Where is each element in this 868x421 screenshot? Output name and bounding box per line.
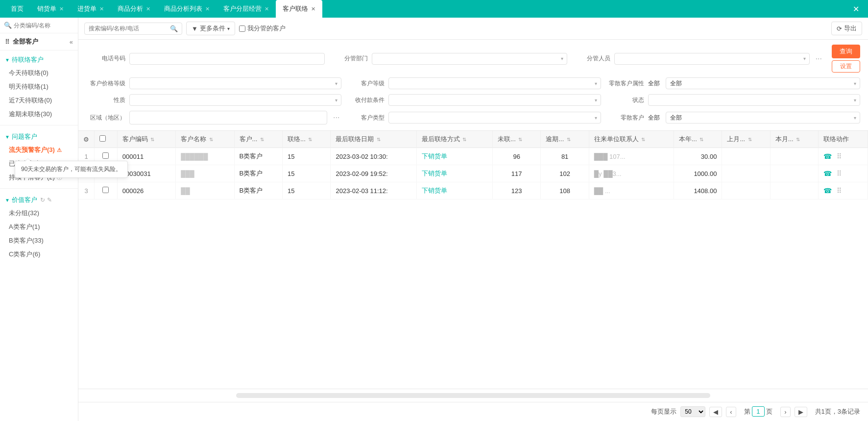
export-btn[interactable]: ⟳ 导出	[831, 22, 862, 35]
prev-page-btn[interactable]: ‹	[726, 407, 736, 417]
close-customer-tier-icon[interactable]: ✕	[265, 6, 269, 12]
search-button-icon[interactable]: 🔍	[170, 25, 178, 32]
th-current-month[interactable]: 本月... ⇅	[770, 131, 818, 148]
sidebar-item-a-class[interactable]: A类客户(1)	[0, 220, 78, 234]
collapse-icon[interactable]: «	[70, 38, 73, 46]
per-page-label: 每页显示	[651, 407, 676, 416]
filter-dept-select[interactable]	[372, 53, 567, 65]
close-analysis-icon[interactable]: ✕	[146, 6, 150, 12]
sidebar-group-value[interactable]: ▼ 价值客户 ↻ ✎	[0, 193, 78, 206]
filter-gender-select[interactable]	[129, 94, 341, 106]
settings-icon[interactable]: ⚙	[83, 136, 89, 143]
filter-price-grade-select[interactable]	[129, 77, 341, 89]
nav-purchase[interactable]: 进货单 ✕	[71, 0, 111, 18]
th-current-year[interactable]: 本年... ⇅	[674, 131, 722, 148]
close-customer-link-icon[interactable]: ✕	[311, 6, 315, 12]
th-customer-type[interactable]: 客户... ⇅	[234, 131, 282, 148]
close-purchase-icon[interactable]: ✕	[99, 6, 104, 12]
window-close-icon[interactable]: ✕	[848, 4, 864, 14]
action-more-icon-1[interactable]: ⠿	[837, 170, 842, 177]
th-code[interactable]: 客户编码 ⇅	[117, 131, 175, 148]
grid-icon: ⠿	[5, 38, 10, 46]
filter-customer-type-select[interactable]	[388, 112, 601, 124]
filter-region-input[interactable]	[129, 111, 327, 124]
sidebar-search-input[interactable]	[14, 22, 74, 29]
my-customers-checkbox-label[interactable]: 我分管的客户	[239, 24, 286, 33]
action-more-icon-0[interactable]: ⠿	[837, 152, 842, 160]
nav-analysis[interactable]: 商品分析 ✕	[111, 0, 157, 18]
nav-sales[interactable]: 销货单 ✕	[30, 0, 71, 18]
my-customers-checkbox[interactable]	[239, 25, 245, 32]
sidebar-group-pending[interactable]: ▼ 待联络客户	[0, 52, 78, 66]
sidebar-item-c-class[interactable]: C类客户(6)	[0, 248, 78, 261]
action-contact-icon-1[interactable]: ☎	[823, 170, 832, 177]
th-overdue[interactable]: 逾期... ⇅	[541, 131, 589, 148]
query-btn[interactable]: 查询	[832, 45, 860, 58]
filter-region-more-icon[interactable]: ···	[331, 113, 341, 122]
filter-phone-input[interactable]	[129, 53, 325, 65]
next-page-btn[interactable]: ›	[780, 407, 790, 417]
sidebar-item-ungrouped[interactable]: 未分组(32)	[0, 206, 78, 220]
row-uncontacted-0: 96	[492, 148, 540, 165]
th-last-month[interactable]: 上月... ⇅	[722, 131, 770, 148]
first-page-btn[interactable]: ◀	[709, 407, 722, 417]
th-last-date[interactable]: 最后联络日期 ⇅	[331, 131, 416, 148]
refresh-value-icon[interactable]: ↻	[40, 197, 45, 203]
nav-customer-tier[interactable]: 客户分层经营 ✕	[217, 0, 276, 18]
row-method-0[interactable]: 下销货单	[416, 148, 492, 165]
nav-analysis-list[interactable]: 商品分析列表 ✕	[157, 0, 217, 18]
sidebar-item-churn-warning[interactable]: 流失预警客户(3) ⚠	[0, 143, 78, 157]
filter-retail-select[interactable]: 全部	[666, 112, 860, 124]
sidebar-group-problem[interactable]: ▼ 问题客户	[0, 129, 78, 143]
row-contact-1: 15	[282, 165, 330, 182]
search-input[interactable]	[89, 25, 170, 32]
edit-value-icon[interactable]: ✎	[47, 197, 52, 203]
th-checkbox[interactable]	[95, 131, 118, 148]
action-more-icon-2[interactable]: ⠿	[837, 187, 842, 195]
filter-status-select[interactable]	[648, 94, 860, 106]
th-name[interactable]: 客户名称 ⇅	[176, 131, 234, 148]
sidebar-item-tomorrow[interactable]: 明天待联络(1)	[0, 80, 78, 94]
row-year-2: 1408.00	[674, 182, 722, 199]
per-page-select[interactable]: 50 100	[680, 406, 705, 417]
table-area: ⚙ 客户编码 ⇅ 客户名称 ⇅	[78, 131, 868, 389]
th-unit-contact[interactable]: 往来单位联系人 ⇅	[589, 131, 674, 148]
sidebar-item-week[interactable]: 近7天待联络(0)	[0, 94, 78, 107]
sidebar-item-b-class[interactable]: B类客户(33)	[0, 234, 78, 248]
th-uncontacted[interactable]: 未联... ⇅	[492, 131, 540, 148]
row-contact-2: 15	[282, 182, 330, 199]
last-page-btn[interactable]: ▶	[795, 407, 807, 417]
sidebar-item-today[interactable]: 今天待联络(0)	[0, 66, 78, 80]
th-settings[interactable]: ⚙	[78, 131, 95, 148]
row-date-1: 2023-02-09 19:52:	[331, 165, 416, 182]
row-method-2[interactable]: 下销货单	[416, 182, 492, 199]
th-last-method[interactable]: 最后联络方式 ⇅	[416, 131, 492, 148]
filter-person-select[interactable]	[614, 53, 810, 65]
filter-dept-field: 分管部门 ▾	[329, 53, 567, 65]
filter-retail-attr-select[interactable]: 全部	[666, 77, 860, 89]
sort-method-icon: ⇅	[462, 137, 466, 142]
more-conditions-btn[interactable]: ▼ 更多条件 ▾	[186, 22, 235, 35]
filter-payment-select[interactable]	[388, 94, 601, 106]
triangle-pending-icon: ▼	[5, 57, 10, 63]
row-date-2: 2023-02-03 11:12:	[331, 182, 416, 199]
sidebar-all-customers[interactable]: ⠿ 全部客户 «	[0, 33, 78, 50]
sidebar-item-overdue[interactable]: 逾期未联络(30)	[0, 107, 78, 121]
action-contact-icon-2[interactable]: ☎	[823, 187, 832, 195]
th-contact[interactable]: 联络... ⇅	[282, 131, 330, 148]
sort-type-icon: ⇅	[260, 137, 264, 142]
close-sales-icon[interactable]: ✕	[59, 6, 64, 12]
filter-customer-grade-select[interactable]	[388, 77, 601, 89]
hscroll-bar[interactable]	[236, 393, 710, 398]
close-analysis-list-icon[interactable]: ✕	[205, 6, 210, 12]
select-all-checkbox[interactable]	[99, 135, 106, 142]
row-checkbox-2[interactable]	[95, 182, 118, 199]
row-method-1[interactable]: 下销货单	[416, 165, 492, 182]
action-contact-icon-0[interactable]: ☎	[823, 152, 832, 160]
action-buttons: 查询 设置	[832, 45, 860, 73]
nav-home[interactable]: 首页	[4, 0, 30, 18]
settings-btn[interactable]: 设置	[832, 60, 860, 73]
nav-customer-link[interactable]: 客户联络 ✕	[276, 0, 322, 18]
row-uncontacted-1: 117	[492, 165, 540, 182]
filter-more-btn-1[interactable]: ···	[814, 54, 824, 63]
